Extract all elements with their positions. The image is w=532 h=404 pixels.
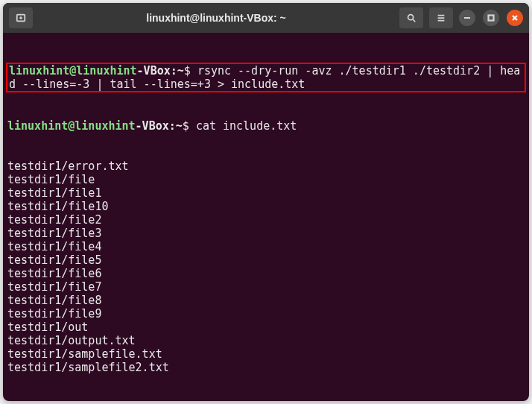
minimize-button[interactable]: [459, 10, 475, 26]
highlighted-command: linuxhint@linuxhint-VBox:~$ rsync --dry-…: [6, 63, 526, 92]
output-line: testdir1/samplefile.txt: [4, 347, 528, 361]
close-button[interactable]: [507, 10, 523, 26]
prompt-user: linuxhint@linuxhint: [9, 64, 137, 78]
output-line: testdir1/file8: [4, 294, 528, 307]
maximize-button[interactable]: [483, 10, 499, 26]
svg-point-3: [408, 15, 414, 20]
svg-line-4: [413, 19, 416, 22]
command-line-2: linuxhint@linuxhint-VBox:~$ cat include.…: [4, 119, 528, 133]
command-text-2: cat include.txt: [196, 119, 297, 133]
prompt-symbol: $: [184, 64, 191, 78]
prompt-user: linuxhint@linuxhint: [7, 119, 136, 133]
output-line: testdir1/output.txt: [4, 334, 528, 347]
terminal-body[interactable]: linuxhint@linuxhint-VBox:~$ rsync --dry-…: [3, 33, 529, 401]
prompt-sep: :: [171, 64, 177, 78]
prompt-path: ~: [177, 64, 184, 78]
output-line: testdir1/file5: [4, 253, 528, 267]
output-container: testdir1/error.txttestdir1/filetestdir1/…: [4, 160, 528, 374]
prompt-sep: :: [169, 119, 176, 133]
prompt-path: ~: [176, 119, 183, 133]
titlebar: linuxhint@linuxhint-VBox: ~: [3, 3, 529, 33]
output-line: testdir1/file: [4, 173, 528, 186]
output-line: testdir1/file9: [4, 307, 528, 321]
output-line: testdir1/out: [4, 321, 528, 334]
search-button[interactable]: [399, 7, 423, 28]
prompt-host: -VBox: [136, 119, 169, 133]
svg-rect-9: [489, 16, 494, 21]
output-line: testdir1/file10: [4, 200, 528, 213]
menu-button[interactable]: [429, 7, 453, 28]
output-line: testdir1/file1: [4, 186, 528, 200]
window-title: linuxhint@linuxhint-VBox: ~: [39, 12, 393, 24]
prompt-host: -VBox: [137, 64, 171, 78]
window-controls: [459, 10, 523, 26]
prompt-symbol: $: [183, 119, 189, 133]
output-line: testdir1/file4: [4, 240, 528, 253]
new-tab-button[interactable]: [9, 7, 33, 28]
output-line: testdir1/file7: [4, 280, 528, 294]
output-line: testdir1/file3: [4, 227, 528, 240]
output-line: testdir1/samplefile2.txt: [4, 361, 528, 374]
output-line: testdir1/error.txt: [4, 160, 528, 173]
output-line: testdir1/file6: [4, 267, 528, 280]
output-line: testdir1/file2: [4, 213, 528, 227]
terminal-window: linuxhint@linuxhint-VBox: ~ linuxhint@li…: [3, 3, 529, 401]
